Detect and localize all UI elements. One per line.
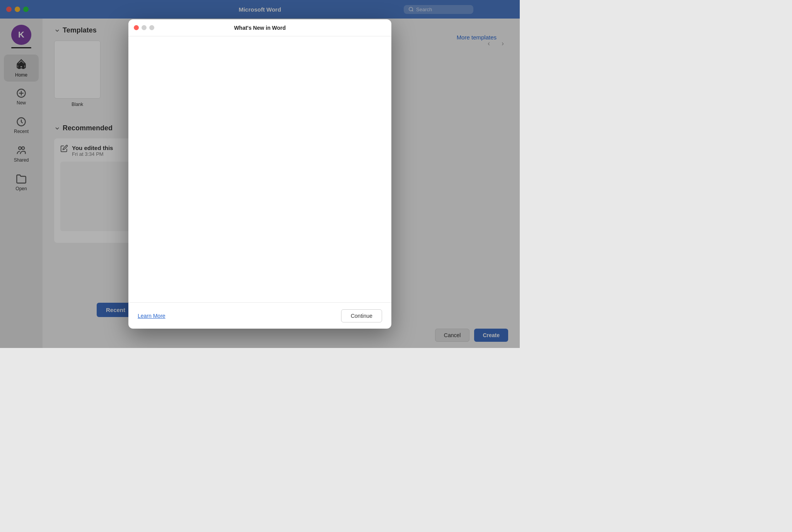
modal-titlebar: What's New in Word <box>128 19 391 36</box>
learn-more-link[interactable]: Learn More <box>138 313 166 319</box>
modal-footer: Learn More Continue <box>128 302 391 329</box>
modal-overlay[interactable]: What's New in Word Learn More Continue <box>0 0 520 348</box>
modal-minimize-dot[interactable] <box>142 25 147 30</box>
modal-close-dot[interactable] <box>134 25 139 30</box>
modal-maximize-dot[interactable] <box>149 25 154 30</box>
continue-button[interactable]: Continue <box>341 309 382 322</box>
modal-title: What's New in Word <box>234 25 286 31</box>
modal-traffic-lights[interactable] <box>134 25 154 30</box>
whats-new-modal: What's New in Word Learn More Continue <box>128 19 391 329</box>
modal-body <box>128 36 391 302</box>
